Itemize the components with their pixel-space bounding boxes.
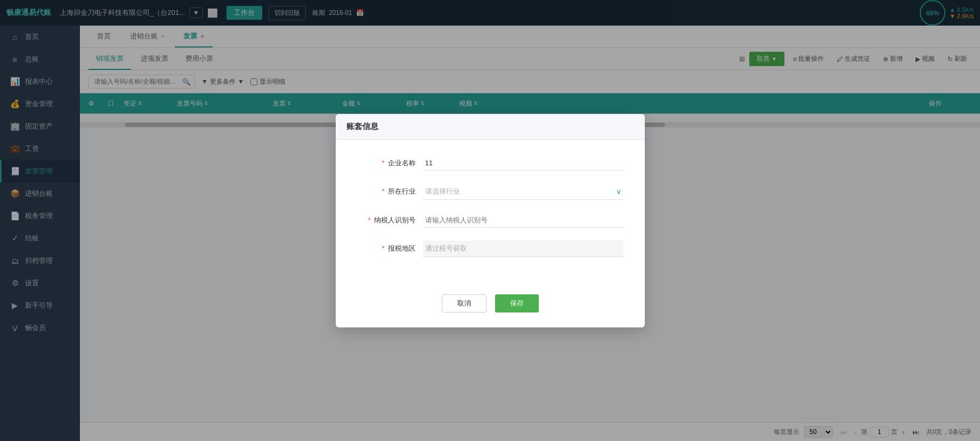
save-button[interactable]: 保存: [495, 294, 539, 312]
dialog-overlay[interactable]: 账套信息 * 企业名称 * 所在行业 请选择行业 ∨: [0, 0, 980, 441]
tax-region-label: * 报税地区: [357, 244, 416, 253]
company-name-input[interactable]: [423, 156, 623, 171]
company-name-label: * 企业名称: [357, 158, 416, 168]
dialog-footer: 取消 保存: [336, 286, 645, 327]
cancel-button[interactable]: 取消: [442, 294, 487, 312]
industry-label: * 所在行业: [357, 187, 416, 196]
tax-id-input[interactable]: [423, 213, 623, 228]
form-row-tax-id: * 纳税人识别号: [357, 213, 623, 228]
tax-id-label: * 纳税人识别号: [357, 215, 416, 225]
dialog-header: 账套信息: [336, 114, 645, 140]
form-row-company-name: * 企业名称: [357, 156, 623, 171]
account-info-dialog: 账套信息 * 企业名称 * 所在行业 请选择行业 ∨: [336, 114, 645, 327]
industry-placeholder: 请选择行业: [425, 187, 460, 196]
form-row-tax-region: * 报税地区 通过税号获取: [357, 240, 623, 257]
dialog-body: * 企业名称 * 所在行业 请选择行业 ∨ *: [336, 140, 645, 286]
dialog-title: 账套信息: [346, 122, 378, 131]
tax-region-input: 通过税号获取: [423, 240, 623, 257]
industry-select[interactable]: 请选择行业 ∨: [423, 183, 623, 200]
form-row-industry: * 所在行业 请选择行业 ∨: [357, 183, 623, 200]
industry-arrow-icon: ∨: [616, 187, 621, 196]
